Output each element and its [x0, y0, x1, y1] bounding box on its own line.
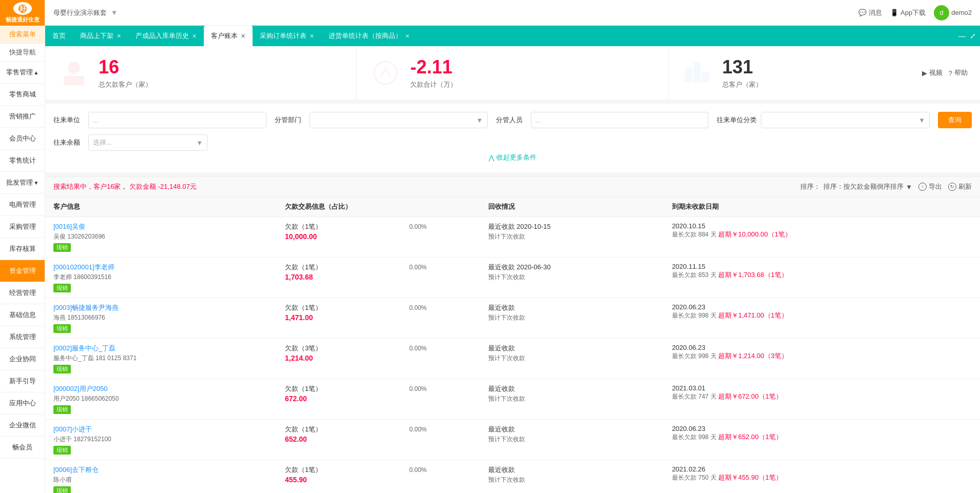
- tab-expand-icon[interactable]: ⤢: [970, 32, 976, 40]
- app-download-btn[interactable]: 📱 App下载: [890, 8, 926, 17]
- sidebar-item-system[interactable]: 系统管理: [0, 326, 45, 348]
- sidebar-item-enterprise[interactable]: 企业协同: [0, 348, 45, 370]
- recovery-cell: 最近收款 预计下次收款: [480, 298, 664, 339]
- sidebar-item-retail-mgmt[interactable]: 零售管理 ▲: [0, 62, 45, 84]
- customer-name-link[interactable]: [000002]用户2050: [53, 384, 268, 393]
- due-date-cell: 2021.02.26 最长欠款 750 天 超期￥455.90（1笔）: [664, 460, 980, 494]
- unit-class-select[interactable]: ▼: [761, 112, 930, 128]
- balance-select[interactable]: 选择... ▼: [88, 134, 207, 151]
- sidebar-item-operation[interactable]: 经营管理: [0, 282, 45, 304]
- tab-close-icon[interactable]: ✕: [192, 33, 197, 40]
- collapse-bar[interactable]: ⋀ 收起更多条件: [53, 151, 972, 164]
- table-row: [0001020001]李老师 李老师 18600391516 现销 欠款（1笔…: [45, 258, 980, 298]
- customer-name-link[interactable]: [0006]去下粮仓: [53, 465, 268, 475]
- message-btn[interactable]: 💬 消息: [858, 8, 882, 17]
- tab-close-icon[interactable]: ✕: [241, 33, 245, 40]
- debt-ratio: 0.00%: [409, 426, 471, 433]
- video-btn[interactable]: ▶ 视频: [922, 68, 943, 77]
- overdue-amount-link[interactable]: 超期￥455.90（1笔）: [718, 474, 782, 481]
- industry-arrow: ▼: [111, 9, 118, 16]
- sidebar-item-newbie[interactable]: 新手引导: [0, 370, 45, 392]
- sidebar-item-inventory[interactable]: 库存核算: [0, 238, 45, 260]
- due-date-cell: 2020.06.23 最长欠款 998 天 超期￥1,471.00（1笔）: [664, 298, 980, 339]
- debt-amount[interactable]: 1,703.68: [285, 273, 393, 281]
- debt-amount[interactable]: 1,214.00: [285, 354, 393, 362]
- user-info[interactable]: d demo2: [934, 5, 972, 21]
- debt-amount[interactable]: 1,471.00: [285, 313, 393, 322]
- debt-amount[interactable]: 455.90: [285, 476, 393, 484]
- tab-products-off[interactable]: 商品上下架 ✕: [73, 26, 128, 46]
- query-button[interactable]: 查询: [938, 112, 972, 128]
- recovery-cell: 最近收款 预计下次收款: [480, 460, 664, 494]
- tab-inventory-stats[interactable]: 进货单统计表（按商品） ✕: [321, 26, 417, 46]
- stat-debt-amount: -2.11 欠款合计（万）: [357, 46, 668, 100]
- debt-count: 欠款（1笔）: [285, 425, 393, 434]
- sidebar-item-wechat[interactable]: 企业微信: [0, 415, 45, 437]
- overdue-amount-link[interactable]: 超期￥672.00（1笔）: [718, 392, 782, 400]
- overdue-days: 最长欠款 853 天: [672, 271, 718, 279]
- svg-rect-9: [702, 72, 709, 82]
- sidebar-item-batch-mgmt[interactable]: 批发管理 ▼: [0, 172, 45, 194]
- message-icon: 💬: [858, 9, 867, 16]
- from-unit-input[interactable]: ...: [88, 112, 266, 128]
- customer-phone: 小进干 18279152100: [53, 435, 268, 444]
- col-customer: 客户信息: [45, 197, 277, 217]
- debt-amount[interactable]: 652.00: [285, 435, 393, 443]
- sidebar-item-basic-info[interactable]: 基础信息: [0, 304, 45, 326]
- sidebar-item-retail-stats[interactable]: 零售统计: [0, 150, 45, 172]
- tab-products-history[interactable]: 产成品入库单历史 ✕: [128, 26, 204, 46]
- sidebar-item-purchase-mgmt[interactable]: 采购管理: [0, 216, 45, 238]
- person-input[interactable]: ...: [531, 112, 709, 128]
- overdue-amount-link[interactable]: 超期￥1,703.68（1笔）: [718, 271, 788, 279]
- svg-rect-7: [685, 68, 692, 82]
- tab-close-icon[interactable]: ✕: [310, 33, 314, 40]
- tab-customer-account[interactable]: 客户账本 ✕: [204, 26, 253, 46]
- overdue-amount-link[interactable]: 超期￥1,214.00（3笔）: [718, 352, 788, 360]
- due-date-cell: 2020.06.23 最长欠款 998 天 超期￥652.00（1笔）: [664, 420, 980, 460]
- customer-name-link[interactable]: [0007]小进干: [53, 425, 268, 434]
- debt-amount[interactable]: 10,000.00: [285, 232, 393, 241]
- customer-name-link[interactable]: [0016]吴俊: [53, 222, 268, 231]
- tab-close-icon[interactable]: ✕: [405, 33, 410, 40]
- overdue-amount-link[interactable]: 超期￥1,471.00（1笔）: [718, 311, 788, 319]
- video-icon: ▶: [922, 69, 927, 77]
- sidebar-item-marketing[interactable]: 营销推广: [0, 106, 45, 128]
- debt-ratio-cell: 0.00%: [401, 298, 479, 339]
- overdue-amount-link[interactable]: 超期￥652.00（1笔）: [718, 433, 782, 441]
- tab-bar: 首页 商品上下架 ✕ 产成品入库单历史 ✕ 客户账本 ✕ 采购订单统计表 ✕ 进…: [45, 26, 980, 46]
- table-row: [000002]用户2050 用户2050 18665062050 现销 欠款（…: [45, 379, 980, 420]
- sidebar-item-finance[interactable]: 资金管理: [0, 260, 45, 282]
- customer-name-link[interactable]: [0002]服务中心_丁磊: [53, 344, 268, 353]
- debt-ratio: 0.00%: [409, 466, 471, 474]
- tab-purchase-order[interactable]: 采购订单统计表 ✕: [253, 26, 321, 46]
- sidebar-item-app-center[interactable]: 应用中心: [0, 392, 45, 415]
- overdue-amount-link[interactable]: 超期￥10,000.00（1笔）: [718, 230, 792, 238]
- sidebar-item-retail-mall[interactable]: 零售商城: [0, 84, 45, 106]
- sort-select[interactable]: 排序： 排序：按欠款金额倒序排序 ▼: [800, 182, 912, 191]
- help-btn[interactable]: ? 帮助: [949, 68, 968, 77]
- tab-home[interactable]: 首页: [45, 26, 73, 46]
- customer-name-link[interactable]: [0001020001]李老师: [53, 263, 268, 272]
- sidebar-item-member[interactable]: 会员中心: [0, 128, 45, 150]
- debt-ratio-cell: 0.00%: [401, 258, 479, 298]
- last-recv: 最近收款: [488, 384, 656, 393]
- recovery-cell: 最近收款 预计下次收款: [480, 339, 664, 379]
- dept-select[interactable]: ▼: [310, 112, 488, 128]
- sidebar-item-vip[interactable]: 畅会员: [0, 437, 45, 459]
- export-btn[interactable]: ↑ 导出: [918, 182, 942, 191]
- quick-nav[interactable]: 快捷导航: [0, 44, 45, 62]
- tab-close-icon[interactable]: ✕: [117, 33, 121, 40]
- refresh-btn[interactable]: ↻ 刷新: [948, 182, 972, 191]
- customer-name-link[interactable]: [0003]畅捷服务尹海燕: [53, 303, 268, 312]
- col-due-date: 到期未收款日期: [664, 197, 980, 217]
- stat-debt-customers: 16 总欠款客户（家）: [45, 46, 357, 100]
- customer-info-cell: [0002]服务中心_丁磊 服务中心_丁磊 181 0125 8371 现销: [45, 339, 277, 379]
- chevron-down-icon: ▼: [196, 139, 203, 147]
- overdue-days: 最长欠款 998 天: [672, 352, 718, 360]
- debt-amount[interactable]: 672.00: [285, 395, 393, 403]
- sidebar-item-ecommerce[interactable]: 电商管理: [0, 194, 45, 216]
- tab-minimize-icon[interactable]: —: [958, 32, 966, 40]
- search-menu[interactable]: 搜索菜单: [0, 26, 45, 44]
- chevron-down-icon: ▼: [34, 180, 39, 186]
- last-recv: 最近收款: [488, 425, 656, 434]
